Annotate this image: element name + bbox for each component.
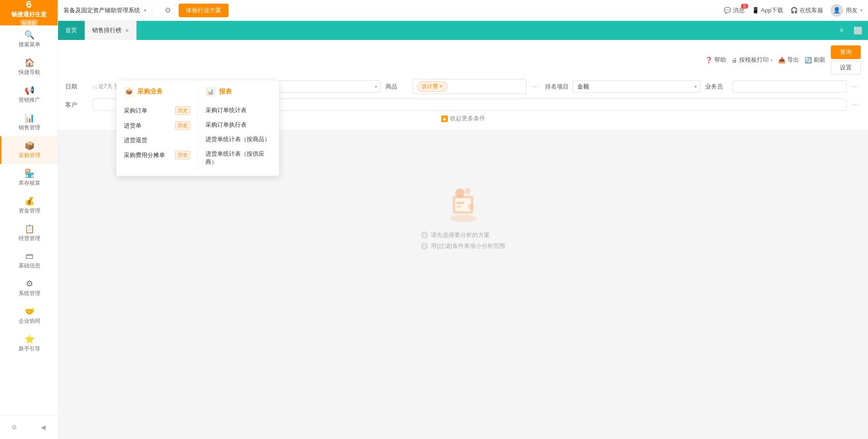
main-area: 装备及固定资产辅助管理系统 ▾ ⚙ 体验行业方案 💬 消息 5 📱 App下载 …	[58, 0, 868, 439]
product-tag-label: 设计费 ×	[422, 83, 443, 90]
dropdown-item-label-purchaseorder: 采购订单	[124, 107, 147, 115]
dropdown-item-inbound[interactable]: 进货单 历史	[124, 118, 190, 133]
sidebar-item-search[interactable]: 🔍 搜索菜单	[0, 25, 58, 53]
empty-hint-2: ② 用[过滤]条件来缩小分析范围	[421, 242, 505, 250]
user-name: 用友	[846, 6, 858, 15]
window-close-icon[interactable]: ×	[835, 24, 848, 37]
sidebar-label-search: 搜索菜单	[19, 41, 40, 49]
operations-icon: 📋	[24, 224, 34, 234]
dropdown-item-return[interactable]: 进货退货	[124, 133, 190, 148]
empty-hint-label-1: 请先选择要分析的方案	[431, 231, 490, 239]
salesperson-more-icon[interactable]: ···	[850, 82, 861, 91]
svg-point-7	[468, 204, 473, 209]
refresh-icon: 🔄	[805, 57, 812, 64]
sidebar-label-inventory: 库存核算	[19, 179, 40, 187]
dropdown-item-label-cost: 采购费用分摊单	[124, 151, 165, 159]
topbar-separator	[152, 6, 152, 15]
sidebar-item-guide[interactable]: ⭐ 新手引导	[0, 330, 58, 357]
customer-more-icon[interactable]: ···	[850, 100, 861, 109]
dropdown-item-cost[interactable]: 采购费用分摊单 历史	[124, 148, 190, 163]
home-icon: 🏠	[24, 58, 34, 68]
topbar-gear-icon[interactable]: ⚙	[161, 4, 174, 17]
sidebar-item-purchase[interactable]: 📦 采购管理	[0, 136, 58, 164]
sidebar-item-system[interactable]: ⚙ 系统管理	[0, 274, 58, 302]
avatar: 👤	[830, 4, 843, 17]
filter-rankitem-row: 排名项目 金额 ▾	[545, 79, 701, 94]
svg-point-3	[455, 188, 464, 197]
dropdown-item-purchaseorder[interactable]: 采购订单 历史	[124, 103, 190, 118]
report-section-label: 报表	[219, 88, 232, 96]
salesperson-label: 业务员	[705, 83, 729, 91]
sidebar-item-marketing[interactable]: 📢 营销推广	[0, 81, 58, 109]
sidebar-label-enterprise: 企业协同	[19, 317, 40, 325]
help-btn[interactable]: ❓ 帮助	[705, 56, 726, 64]
help-label: 帮助	[714, 56, 726, 64]
print-btn[interactable]: 🖨 按模板打印 ▾	[731, 56, 773, 64]
svg-rect-5	[456, 202, 464, 204]
hist-badge-cost: 历史	[175, 151, 190, 159]
settings-button[interactable]: 设置	[831, 61, 861, 74]
customer-label: 客户	[65, 101, 89, 109]
online-service-btn[interactable]: 🎧 在线客服	[790, 6, 823, 15]
sidebar-item-operations[interactable]: 📋 经营管理	[0, 219, 58, 247]
date-nav-prev[interactable]: ◁	[93, 84, 97, 90]
tab-sales-rank[interactable]: 销售排行榜 ×	[85, 21, 137, 40]
tab-sales-rank-label: 销售排行榜	[92, 26, 122, 35]
industry-btn[interactable]: 体验行业方案	[179, 4, 229, 17]
dropdown-item-inboundstat-supplier[interactable]: 进货单统计表（按供应商）	[205, 147, 272, 169]
topbar-dropdown-arrow[interactable]: ▾	[144, 7, 146, 14]
export-btn[interactable]: 📤 导出	[778, 56, 799, 64]
sidebar-label-sales: 销售管理	[19, 124, 40, 132]
tab-close-icon[interactable]: ×	[125, 27, 129, 34]
sidebar-item-quicknav[interactable]: 🏠 快捷导航	[0, 53, 58, 81]
message-btn[interactable]: 💬 消息 5	[724, 6, 745, 15]
dropdown-sections: 📦 采购业务 采购订单 历史 进货单 历史 进货退货	[117, 85, 279, 169]
logo-title: 畅捷通好生意	[11, 10, 47, 19]
export-icon: 📤	[778, 57, 785, 64]
sidebar-settings-btn[interactable]: ⚙	[7, 420, 22, 434]
dropdown-item-orderstat[interactable]: 采购订单统计表	[205, 103, 272, 118]
inventory-icon: 🏪	[24, 168, 34, 178]
system-icon: ⚙	[26, 279, 33, 289]
dropdown-item-label-inboundstat-goods: 进货单统计表（按商品）	[205, 135, 270, 143]
query-button[interactable]: 查询	[831, 45, 861, 59]
svg-point-4	[464, 188, 471, 194]
help-icon: ❓	[705, 57, 712, 64]
hist-badge-inbound: 历史	[175, 121, 190, 130]
sidebar-item-finance[interactable]: 💰 资金管理	[0, 192, 58, 219]
date-shortcut-7[interactable]: 近7天	[98, 83, 112, 90]
rankitem-select[interactable]: 金额	[572, 80, 701, 93]
avatar-icon: 👤	[833, 7, 840, 14]
app-download-btn[interactable]: 📱 App下载	[752, 6, 783, 15]
purchase-section-label: 采购业务	[137, 88, 163, 96]
dropdown-item-inboundstat-goods[interactable]: 进货单统计表（按商品）	[205, 132, 272, 147]
sidebar-label-marketing: 营销推广	[19, 96, 40, 104]
dropdown-item-label-orderexec: 采购订单执行表	[205, 121, 247, 129]
filter-product-row: 商品 设计费 × ···	[385, 79, 541, 94]
chevron-down-icon: ▾	[860, 8, 863, 13]
topbar-title: 装备及固定资产辅助管理系统	[63, 6, 140, 15]
user-menu[interactable]: 👤 用友 ▾	[830, 4, 863, 17]
dropdown-title-purchase: 📦 采购业务	[124, 85, 190, 99]
empty-hint-label-2: 用[过滤]条件来缩小分析范围	[431, 242, 505, 250]
dropdown-item-orderexec[interactable]: 采购订单执行表	[205, 118, 272, 132]
empty-hint: ① 请先选择要分析的方案 ② 用[过滤]条件来缩小分析范围	[421, 231, 505, 250]
empty-illustration	[443, 183, 483, 226]
finance-icon: 💰	[24, 196, 34, 206]
tab-home[interactable]: 首页	[58, 21, 85, 40]
sidebar-collapse-btn[interactable]: ◀	[36, 420, 50, 434]
sidebar-item-inventory[interactable]: 🏪 库存核算	[0, 164, 58, 192]
salesperson-input[interactable]	[732, 80, 847, 93]
window-maximize-icon[interactable]: ⬜	[852, 24, 864, 37]
sidebar: 6 畅捷通好生意 标准版 🔍 搜索菜单 🏠 快捷导航 📢 营销推广 📊 销售管理…	[0, 0, 58, 439]
refresh-btn[interactable]: 🔄 刷新	[805, 56, 825, 64]
product-more-icon[interactable]: ···	[530, 82, 541, 91]
svg-rect-2	[455, 198, 471, 211]
sidebar-item-enterprise[interactable]: 🤝 企业协同	[0, 302, 58, 330]
product-tag: 设计费 ×	[417, 81, 448, 92]
sidebar-item-sales[interactable]: 📊 销售管理	[0, 109, 58, 136]
sidebar-item-basic[interactable]: 🗃 基础信息	[0, 247, 58, 274]
product-label: 商品	[385, 83, 409, 91]
tab-home-label: 首页	[65, 26, 77, 35]
basic-icon: 🗃	[25, 252, 34, 261]
